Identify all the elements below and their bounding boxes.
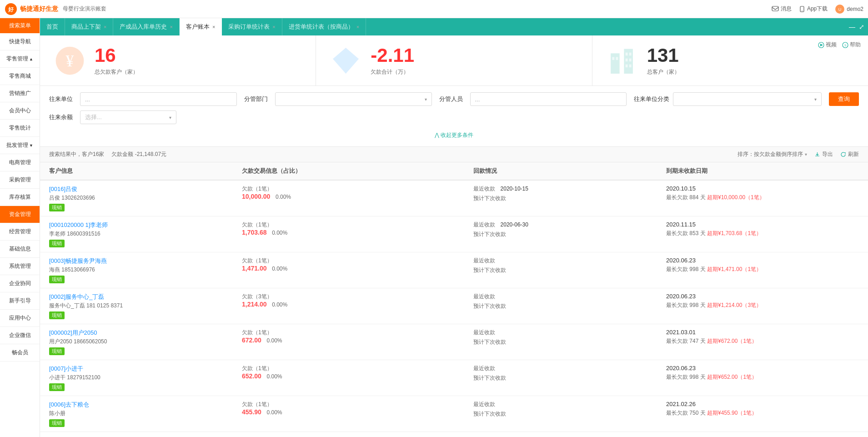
message-btn[interactable]: 消息 — [772, 5, 792, 13]
due-overdue-6[interactable]: 超期¥455.90（1笔） — [707, 410, 757, 416]
export-btn[interactable]: 导出 — [814, 151, 833, 158]
unit-class-select[interactable]: ▾ — [673, 92, 822, 106]
sidebar-item-inventory[interactable]: 库存核算 — [0, 189, 40, 206]
due-overdue-2[interactable]: 超期¥1,471.00（1笔） — [707, 266, 762, 272]
tab-close-customer[interactable]: × — [212, 24, 215, 30]
unit-class-label: 往来单位分类 — [634, 95, 669, 103]
tab-home[interactable]: 首页 — [40, 18, 65, 35]
person-input[interactable]: ... — [470, 92, 627, 106]
app-download-btn[interactable]: App下载 — [799, 5, 828, 13]
due-overdue-4[interactable]: 超期¥672.00（1笔） — [707, 338, 757, 344]
debt-amount-1[interactable]: 1,703.68 — [242, 229, 267, 236]
debt-percent-2: 0.00% — [272, 266, 287, 272]
debt-percent-4: 0.00% — [267, 337, 282, 344]
sidebar-item-purchase-mgmt[interactable]: 采购管理 — [0, 171, 40, 189]
due-date-4: 2021.03.01 — [666, 329, 859, 336]
tab-production-history[interactable]: 产成品入库单历史 × — [113, 18, 179, 35]
recovery-4: 最近收款 预计下次收款 — [473, 329, 666, 346]
customer-name-1[interactable]: [0001020000 1]李老师 — [49, 221, 242, 229]
due-detail-2: 最长欠款 998 天 超期¥1,471.00（1笔） — [666, 266, 859, 273]
stats-row: ¥ 16 总欠款客户（家） — [40, 35, 868, 86]
debt-label-2: 欠款（1笔） — [242, 257, 473, 265]
sidebar-item-operations[interactable]: 经营管理 — [0, 223, 40, 241]
customer-info-4: [000002]用户2050 用户2050 18665062050 现销 — [49, 329, 242, 355]
sidebar-item-ecommerce[interactable]: 电商管理 — [0, 154, 40, 171]
tab-close-import[interactable]: × — [356, 24, 359, 30]
tab-products[interactable]: 商品上下架 × — [65, 18, 113, 35]
sort-select[interactable]: 排序：按欠款金额倒序排序 ▾ — [738, 151, 807, 158]
dept-select[interactable]: ▾ — [275, 92, 432, 106]
col-header-debt: 欠款交易信息（占比） — [242, 167, 473, 175]
sidebar-item-enterprise-wechat[interactable]: 企业微信 — [0, 327, 40, 344]
tab-close-products[interactable]: × — [104, 24, 106, 30]
debt-amount-4[interactable]: 672.00 — [242, 337, 261, 344]
due-date-3: 2020.06.23 — [666, 293, 859, 300]
debt-percent-1: 0.00% — [272, 230, 287, 236]
sidebar-item-enterprise[interactable]: 企业协同 — [0, 275, 40, 292]
debt-summary: 欠款金额 -21,148.07元 — [111, 151, 166, 158]
stat-card-debt-customers: ¥ 16 总欠款客户（家） — [40, 35, 316, 85]
stat-icon-building — [606, 45, 638, 76]
sidebar-item-retail-mall[interactable]: 零售商城 — [0, 68, 40, 85]
customer-name-3[interactable]: [0002]服务中心_丁磊 — [49, 293, 242, 301]
debt-amount-6[interactable]: 455.90 — [242, 408, 261, 416]
svg-text:?: ? — [844, 44, 847, 48]
customer-name-2[interactable]: [0003]畅捷服务尹海燕 — [49, 257, 242, 265]
dept-arrow: ▾ — [425, 97, 427, 102]
sidebar-search[interactable]: 搜索菜单 — [0, 18, 40, 33]
sidebar-item-capital-mgmt[interactable]: 资金管理 — [0, 206, 40, 223]
due-5: 2020.06.23 最长欠款 998 天 超期¥652.00（1笔） — [666, 365, 859, 381]
debt-amount-5[interactable]: 652.00 — [242, 372, 261, 380]
tab-close-production[interactable]: × — [170, 24, 172, 30]
diamond-icon — [331, 46, 361, 75]
from-unit-input[interactable]: ... — [80, 92, 237, 106]
sidebar-item-retail-mgmt[interactable]: 零售管理▲ — [0, 50, 40, 68]
debt-amount-0[interactable]: 10,000.00 — [242, 193, 270, 200]
due-3: 2020.06.23 最长欠款 998 天 超期¥1,214.00（3笔） — [666, 293, 859, 309]
recovery-next-5: 预计下次收款 — [473, 374, 666, 382]
remainder-select[interactable]: 选择... ▾ — [80, 111, 176, 124]
stat-number-debt-customers: 16 — [95, 45, 138, 66]
sidebar-item-quick-nav[interactable]: 快捷导航 — [0, 33, 40, 50]
sidebar-item-vip-member[interactable]: 畅会员 — [0, 344, 40, 362]
sidebar-item-app-center[interactable]: 应用中心 — [0, 310, 40, 327]
tab-import-stats[interactable]: 进货单统计表（按商品） × — [282, 18, 366, 35]
debt-amount-3[interactable]: 1,214.00 — [242, 301, 267, 308]
refresh-btn[interactable]: 刷新 — [840, 151, 859, 158]
customer-name-4[interactable]: [000002]用户2050 — [49, 329, 242, 337]
tab-purchase-order[interactable]: 采购订单统计表 × — [222, 18, 282, 35]
customer-name-0[interactable]: [0016]吕俊 — [49, 185, 242, 193]
recovery-3: 最近收款 预计下次收款 — [473, 293, 666, 310]
due-overdue-1[interactable]: 超期¥1,703.68（1笔） — [707, 230, 762, 236]
customer-name-5[interactable]: [0007]小进干 — [49, 365, 242, 373]
user-avatar[interactable]: U demo2 — [835, 4, 863, 14]
customer-name-6[interactable]: [0006]去下粮仓 — [49, 401, 242, 409]
tab-customer-account[interactable]: 客户账本 × — [180, 18, 222, 35]
svg-rect-2 — [772, 6, 778, 11]
customer-tag-4: 现销 — [49, 347, 65, 355]
sidebar-item-wholesale-mgmt[interactable]: 批发管理▼ — [0, 137, 40, 154]
sidebar-item-retail-stats[interactable]: 零售统计 — [0, 120, 40, 137]
tab-close-purchase[interactable]: × — [272, 24, 275, 30]
tab-maximize-btn[interactable]: ⤢ — [859, 23, 864, 30]
recovery-next-0: 预计下次收款 — [473, 195, 666, 202]
sidebar-item-new-guide[interactable]: 新手引导 — [0, 292, 40, 310]
due-overdue-0[interactable]: 超期¥10,000.00（1笔） — [707, 194, 765, 201]
due-overdue-3[interactable]: 超期¥1,214.00（3笔） — [707, 302, 762, 308]
sidebar-item-member-center[interactable]: 会员中心 — [0, 102, 40, 120]
search-button[interactable]: 查询 — [829, 92, 859, 106]
svg-marker-9 — [333, 48, 359, 74]
top-bar: 好 畅捷通好生意 母婴行业演示账套 消息 App下载 U demo2 — [0, 0, 868, 18]
debt-amount-2[interactable]: 1,471.00 — [242, 265, 267, 272]
sidebar-item-marketing[interactable]: 营销推广 — [0, 85, 40, 102]
sidebar-item-system-mgmt[interactable]: 系统管理 — [0, 258, 40, 275]
filter-collapse-btn[interactable]: ⋀ 收起更多条件 — [49, 129, 859, 142]
sidebar-item-basic-info[interactable]: 基础信息 — [0, 241, 40, 258]
video-link[interactable]: 视频 — [818, 41, 837, 49]
help-link[interactable]: ? 帮助 — [842, 41, 861, 49]
tab-bar: 首页 商品上下架 × 产成品入库单历史 × 客户账本 × 采购订单统计表 × — [40, 18, 868, 35]
tab-minimize-btn[interactable]: — — [849, 23, 855, 30]
svg-rect-14 — [611, 53, 620, 74]
table-row: [0003]畅捷服务尹海燕 海燕 18513066976 现销 欠款（1笔） 1… — [40, 252, 868, 288]
due-overdue-5[interactable]: 超期¥652.00（1笔） — [707, 374, 757, 380]
